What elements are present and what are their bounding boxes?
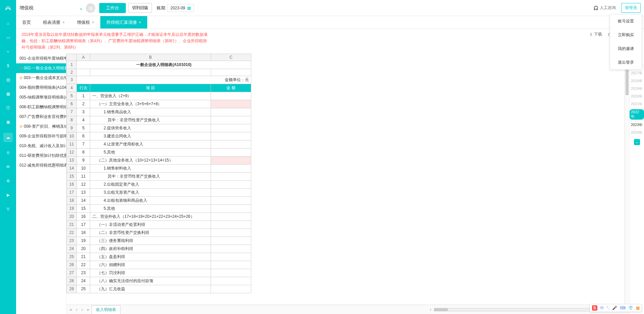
calendar-icon: ▦ bbox=[187, 6, 191, 10]
company-selector[interactable]: 增值税 ⌄ bbox=[19, 5, 83, 11]
period-picker[interactable]: 2023-09 ▦ bbox=[167, 4, 194, 12]
top-bar: 增值税 ⌄ ▤ 工作台 切到旧版 账期 2023-09 ▦ 🎧 人工咨询 管理员… bbox=[0, 0, 644, 16]
period-value: 2023-09 bbox=[170, 6, 185, 10]
app-logo[interactable] bbox=[0, 0, 16, 16]
workbench-button[interactable]: 工作台 bbox=[99, 3, 126, 13]
switch-old-button[interactable]: 切到旧版 bbox=[128, 3, 152, 13]
menu-account-settings[interactable]: 账号设置 bbox=[610, 14, 642, 16]
doc-icon[interactable]: ▤ bbox=[86, 3, 95, 13]
consult-link[interactable]: 🎧 人工咨询 bbox=[593, 5, 616, 11]
headset-icon: 🎧 bbox=[593, 6, 598, 10]
company-name: 增值税 bbox=[19, 5, 34, 11]
admin-dropdown: 账号设置 立即购买 我的邀请 退出登录 bbox=[610, 14, 642, 16]
admin-button[interactable]: 管理员 bbox=[621, 3, 641, 13]
chevron-down-icon: ⌄ bbox=[79, 5, 83, 11]
consult-label: 人工咨询 bbox=[600, 5, 616, 11]
period-label: 账期 bbox=[157, 5, 165, 11]
